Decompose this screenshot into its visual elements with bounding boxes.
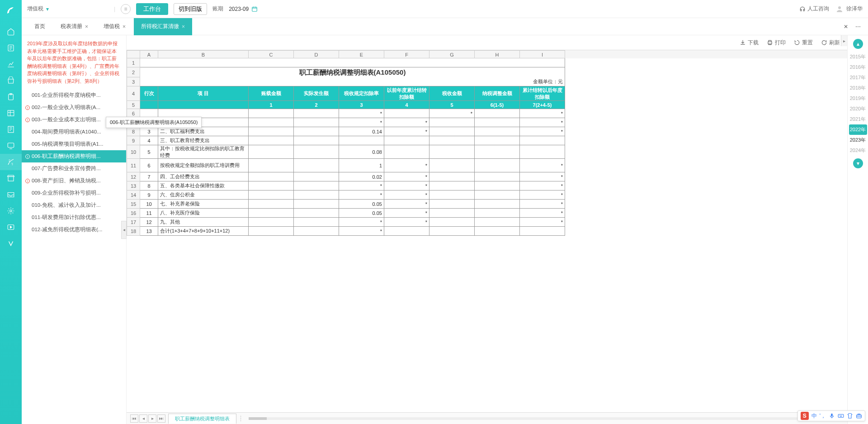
year-2021年[interactable]: 2021年	[849, 114, 867, 124]
cell[interactable]	[429, 200, 475, 209]
cell[interactable]	[249, 159, 294, 172]
sheet-nav-prev-icon[interactable]: ◂	[139, 414, 147, 423]
cell[interactable]: *	[520, 218, 565, 227]
cell[interactable]: *	[339, 118, 384, 127]
cell[interactable]: *	[520, 181, 565, 191]
cell[interactable]	[429, 118, 475, 127]
cell[interactable]: 7	[140, 172, 158, 181]
cell[interactable]	[249, 145, 294, 159]
cell[interactable]: *	[339, 227, 384, 236]
cell[interactable]: 9	[140, 191, 158, 200]
cell[interactable]: 4	[140, 136, 158, 145]
cell[interactable]	[294, 127, 339, 136]
year-2023年[interactable]: 2023年	[849, 135, 867, 145]
close-icon[interactable]: ×	[85, 24, 88, 30]
year-2020年[interactable]: 2020年	[849, 104, 867, 114]
close-icon[interactable]: ×	[123, 24, 126, 30]
cell[interactable]	[249, 227, 294, 236]
cell[interactable]	[294, 159, 339, 172]
nav-tax-icon[interactable]	[0, 154, 22, 170]
cell[interactable]: *	[384, 118, 429, 127]
cell[interactable]	[249, 172, 294, 181]
nav-inbox-icon[interactable]	[0, 186, 22, 203]
cell[interactable]	[475, 127, 520, 136]
form-item-10[interactable]: 011-研发费用加计扣除优惠...	[22, 211, 126, 224]
cell[interactable]: *	[339, 181, 384, 191]
cell[interactable]: 1	[339, 159, 384, 172]
cell[interactable]: *	[520, 118, 565, 127]
sheet-nav-first-icon[interactable]: ⏮	[130, 414, 138, 423]
panel-collapse-handle[interactable]: ◂	[121, 221, 127, 239]
cell[interactable]: *	[520, 191, 565, 200]
cell[interactable]	[249, 118, 294, 127]
cell[interactable]	[249, 127, 294, 136]
close-icon[interactable]: ×	[182, 24, 185, 30]
cell[interactable]	[294, 191, 339, 200]
cell[interactable]	[429, 218, 475, 227]
cell[interactable]: *	[520, 159, 565, 172]
year-2016年[interactable]: 2016年	[849, 62, 867, 72]
cell[interactable]: 二、职工福利费支出	[158, 127, 249, 136]
cell[interactable]	[475, 209, 520, 218]
year-next-icon[interactable]: ▾	[853, 158, 863, 168]
cell[interactable]	[339, 136, 384, 145]
sheet-tab[interactable]: 职工薪酬纳税调整明细表	[168, 414, 236, 424]
cell[interactable]: *	[429, 109, 475, 118]
cell[interactable]: 按税收规定全额扣除的职工培训费用	[158, 159, 249, 172]
cell[interactable]: *	[384, 159, 429, 172]
cell[interactable]	[429, 159, 475, 172]
year-prev-icon[interactable]: ▴	[853, 39, 863, 49]
cell[interactable]: *	[520, 209, 565, 218]
form-item-4[interactable]: 005-纳税调整项目明细表(A1...	[22, 138, 126, 150]
cell[interactable]	[294, 118, 339, 127]
cell[interactable]: 12	[140, 218, 158, 227]
workbench-button[interactable]: 工作台	[136, 3, 168, 15]
cell[interactable]	[429, 181, 475, 191]
manual-consult-link[interactable]: 人工咨询	[799, 5, 829, 13]
cell[interactable]: 11	[140, 209, 158, 218]
tab-more-icon[interactable]: ⋯	[854, 22, 863, 32]
cell[interactable]	[294, 109, 339, 118]
cell[interactable]	[249, 181, 294, 191]
horizontal-scrollbar[interactable]	[249, 417, 844, 420]
cell[interactable]	[429, 172, 475, 181]
ime-toolbar[interactable]: S 中 '，	[797, 410, 865, 421]
cell[interactable]	[384, 145, 429, 159]
cell[interactable]	[429, 136, 475, 145]
tab-0[interactable]: 首页	[27, 18, 52, 35]
cell[interactable]	[520, 227, 565, 236]
cell[interactable]: 0.02	[339, 172, 384, 181]
cell[interactable]: 0.14	[339, 127, 384, 136]
form-item-1[interactable]: !002-一般企业收入明细表(A...	[22, 101, 126, 114]
cell[interactable]	[475, 191, 520, 200]
expand-handle-icon[interactable]: ▸	[841, 35, 847, 46]
cell[interactable]: 六、住房公积金	[158, 191, 249, 200]
cell[interactable]: 四、工会经费支出	[158, 172, 249, 181]
cell[interactable]: 5	[140, 145, 158, 159]
nav-archive-icon[interactable]	[0, 170, 22, 186]
year-2022年[interactable]: 2022年	[849, 124, 867, 135]
cell[interactable]: 3	[140, 127, 158, 136]
cell[interactable]: 0.08	[339, 145, 384, 159]
cell[interactable]	[475, 181, 520, 191]
cell[interactable]: 三、职工教育经费支出	[158, 136, 249, 145]
refresh-button[interactable]: 刷新	[821, 39, 840, 47]
ime-keyboard-icon[interactable]	[838, 413, 844, 419]
cell[interactable]: *	[339, 191, 384, 200]
cell[interactable]: *	[384, 200, 429, 209]
cell[interactable]: *	[339, 109, 384, 118]
cell[interactable]	[249, 218, 294, 227]
cell[interactable]	[249, 200, 294, 209]
cell[interactable]	[429, 209, 475, 218]
print-button[interactable]: 打印	[767, 39, 786, 47]
cell[interactable]	[249, 136, 294, 145]
cell[interactable]	[249, 109, 294, 118]
tab-3[interactable]: 所得税汇算清缴×	[134, 18, 192, 35]
tab-close-all-icon[interactable]: ✕	[842, 22, 850, 32]
ime-toolbox-icon[interactable]	[856, 413, 862, 419]
cell[interactable]	[429, 127, 475, 136]
cell[interactable]: 五、各类基本社会保障性缴款	[158, 181, 249, 191]
spreadsheet[interactable]: ABCDEFGHI12职工薪酬纳税调整明细表(A105050)3金额单位：元4行…	[127, 50, 847, 412]
ime-punct-icon[interactable]: '，	[820, 412, 826, 420]
nav-v-icon[interactable]	[0, 235, 22, 252]
